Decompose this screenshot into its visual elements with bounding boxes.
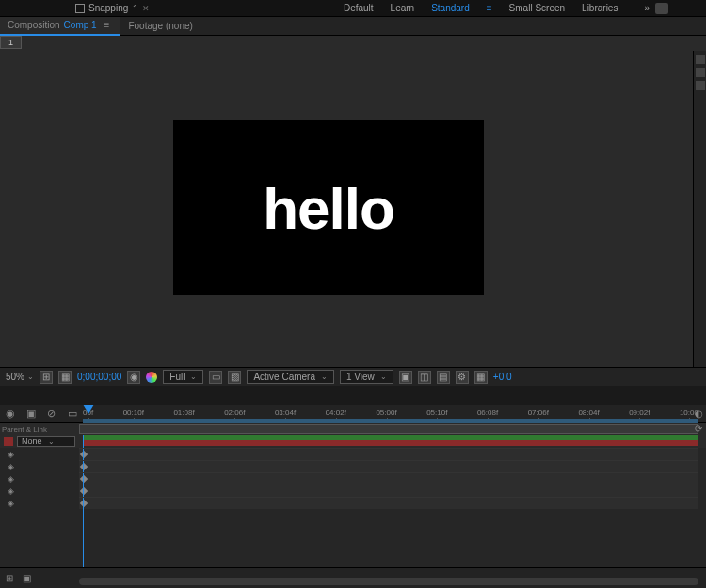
resolution-value: Full — [169, 372, 185, 382]
playhead-line-prop — [83, 449, 84, 460]
property-track[interactable] — [79, 460, 698, 472]
keyframe-marker[interactable] — [80, 487, 88, 495]
timeline-header: 00f00:10f01:08f02:06f03:04f04:02f05:00f0… — [0, 405, 706, 423]
view-option-5-icon[interactable]: ▦ — [474, 371, 488, 384]
layer-parent-select[interactable]: None ⌄ — [17, 436, 75, 447]
shy-column-icon[interactable] — [47, 407, 58, 421]
snapping-chevron-icon[interactable]: ⌃ — [132, 4, 138, 12]
stopwatch-icon[interactable]: ◈ — [6, 462, 15, 471]
parent-link-row: Parent & Link — [0, 423, 706, 435]
zoom-value[interactable]: 50% — [6, 372, 24, 382]
property-track[interactable] — [79, 448, 698, 460]
keyframe-marker[interactable] — [80, 475, 88, 483]
comp-tab-row: 1 — [0, 36, 706, 51]
time-ruler[interactable]: 00f00:10f01:08f02:06f03:04f04:02f05:00f0… — [79, 405, 706, 423]
layer-track[interactable] — [79, 435, 698, 448]
parent-link-label: Parent & Link — [0, 425, 79, 434]
stopwatch-icon[interactable]: ◈ — [6, 474, 15, 484]
visibility-column-icon[interactable] — [6, 407, 17, 421]
zoom-chevron-icon[interactable]: ⌄ — [27, 373, 34, 381]
workspace-tab-menu-icon[interactable]: ≡ — [487, 3, 492, 14]
view-option-2-icon[interactable]: ◫ — [418, 371, 431, 384]
property-row[interactable]: ◈ — [0, 448, 706, 460]
property-row[interactable]: ◈ — [0, 472, 706, 485]
resolution-select[interactable]: Full ⌄ — [163, 370, 203, 384]
snapshot-icon[interactable]: ◉ — [127, 371, 140, 384]
property-row[interactable]: ◈ — [0, 497, 706, 509]
comp-button-icon[interactable]: ⟳ — [693, 423, 704, 435]
playhead-line-prop — [83, 461, 84, 472]
view-option-4-icon[interactable]: ⚙ — [456, 371, 469, 384]
property-row[interactable]: ◈ — [0, 460, 706, 472]
workspace-tab-smallscreen[interactable]: Small Screen — [509, 3, 565, 14]
stopwatch-icon[interactable]: ◈ — [6, 486, 15, 496]
composition-label: Composition — [8, 20, 60, 30]
workspace-search-icon[interactable] — [655, 3, 668, 14]
footage-label: Footage (none) — [128, 21, 192, 31]
timeline-zoom-slider[interactable] — [79, 578, 698, 585]
toggle-switches-icon[interactable]: ⊞ — [6, 573, 13, 583]
toggle-modes-icon[interactable]: ▣ — [23, 573, 31, 583]
right-panel-icon-3[interactable] — [696, 81, 705, 90]
grid-toggle-icon[interactable]: ▦ — [58, 371, 72, 384]
resolution-toggle-icon[interactable]: ⊞ — [40, 371, 53, 384]
region-toggle-icon[interactable]: ▭ — [209, 371, 222, 384]
snapping-close-icon[interactable]: ✕ — [142, 4, 150, 13]
keyframe-marker[interactable] — [80, 500, 88, 507]
property-track[interactable] — [79, 472, 698, 485]
composition-canvas[interactable]: hello — [173, 120, 484, 295]
view-option-1-icon[interactable]: ▣ — [399, 371, 412, 384]
composition-tab-menu-icon[interactable]: ≡ — [101, 20, 114, 30]
views-select[interactable]: 1 View ⌄ — [340, 370, 393, 384]
work-area-bar[interactable] — [83, 419, 698, 423]
exposure-value[interactable]: +0.0 — [493, 372, 512, 382]
timeline-footer: ⊞ ▣ — [0, 567, 706, 588]
color-management-icon[interactable] — [146, 372, 157, 383]
workspace-bar: Snapping ⌃ ✕ Default Learn Standard ≡ Sm… — [0, 0, 706, 17]
stopwatch-icon[interactable]: ◈ — [6, 499, 15, 508]
panel-divider[interactable] — [0, 386, 706, 405]
canvas-text-layer[interactable]: hello — [263, 175, 394, 242]
workspace-tab-standard[interactable]: Standard — [431, 3, 470, 14]
transparency-grid-icon[interactable]: ▨ — [228, 371, 241, 384]
right-panel-icon-2[interactable] — [696, 68, 705, 77]
views-value: 1 View — [346, 372, 375, 382]
property-track[interactable] — [79, 497, 698, 509]
workspace-tab-libraries[interactable]: Libraries — [582, 3, 618, 14]
property-track[interactable] — [79, 485, 698, 497]
property-row[interactable]: ◈ — [0, 485, 706, 497]
composition-panel-tab[interactable]: Composition Comp 1 ≡ — [0, 17, 120, 36]
snapping-label: Snapping — [88, 3, 128, 13]
view-option-3-icon[interactable]: ▤ — [437, 371, 450, 384]
workspace-tab-learn[interactable]: Learn — [391, 3, 415, 14]
right-tool-panel — [693, 51, 706, 367]
composition-viewer[interactable]: hello — [0, 51, 706, 367]
render-column-icon[interactable] — [68, 407, 79, 421]
panel-tabs: Composition Comp 1 ≡ Footage (none) — [0, 17, 706, 36]
camera-value: Active Camera — [253, 372, 315, 382]
keyframe-marker[interactable] — [80, 451, 88, 458]
camera-select[interactable]: Active Camera ⌄ — [247, 370, 334, 384]
layer-parent-chevron-icon: ⌄ — [48, 437, 55, 446]
current-timecode[interactable]: 0;00;00;00 — [77, 372, 121, 382]
label-column-icon[interactable] — [26, 407, 38, 421]
comp-number-tab[interactable]: 1 — [0, 36, 22, 49]
comp-number: 1 — [8, 38, 13, 47]
comp-marker-icon[interactable]: ◐ — [693, 408, 704, 420]
workspace-expand-icon[interactable]: » — [644, 3, 650, 14]
composition-name[interactable]: Comp 1 — [64, 20, 97, 30]
parent-track-area[interactable] — [79, 424, 698, 434]
workspace-tabs: Default Learn Standard ≡ Small Screen Li… — [344, 3, 706, 14]
layer-color-swatch[interactable] — [4, 437, 13, 446]
footage-panel-tab[interactable]: Footage (none) — [120, 17, 200, 36]
layer-duration-bar-bottom[interactable] — [83, 440, 698, 446]
camera-chevron-icon: ⌄ — [321, 373, 328, 381]
layer-row[interactable]: None ⌄ — [0, 435, 706, 448]
playhead-line-prop — [83, 498, 84, 509]
right-panel-icon-1[interactable] — [696, 55, 705, 64]
keyframe-marker[interactable] — [80, 463, 88, 470]
stopwatch-icon[interactable]: ◈ — [6, 450, 15, 459]
snapping-checkbox[interactable] — [75, 4, 85, 13]
workspace-tab-default[interactable]: Default — [344, 3, 374, 14]
viewer-footer: 50% ⌄ ⊞ ▦ 0;00;00;00 ◉ Full ⌄ ▭ ▨ Active… — [0, 367, 706, 386]
